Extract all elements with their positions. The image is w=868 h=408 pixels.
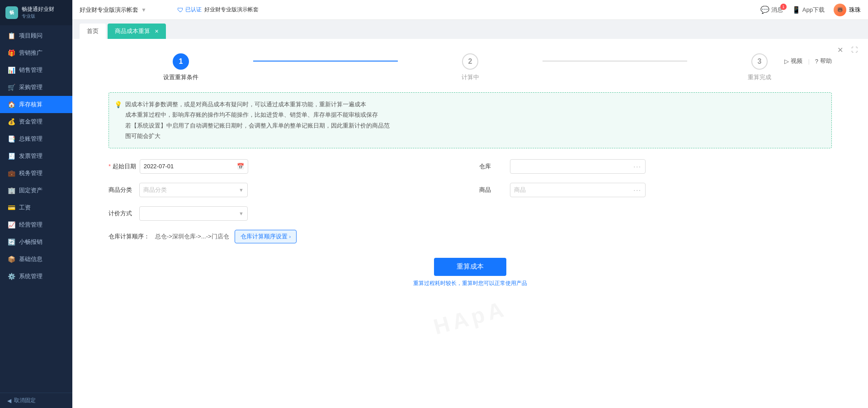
topbar-right: 💬 消息 1 📱 App下载 🐻 珠珠 <box>760 4 861 16</box>
sidebar-item-base[interactable]: 📦 基础信息 <box>0 251 72 268</box>
form-row-3: 计价方式 ▼ <box>108 206 832 221</box>
sidebar-item-sales[interactable]: 📊 销售管理 <box>0 62 72 79</box>
chevron-right-icon: › <box>289 234 291 239</box>
sidebar-item-assets[interactable]: 🏢 固定资产 <box>0 182 72 199</box>
sidebar-nav: 📋 项目顾问 🎁 营销推广 📊 销售管理 🛒 采购管理 🏠 库存核算 💰 资金管… <box>0 25 72 393</box>
sidebar-item-label: 税务管理 <box>19 169 42 177</box>
content-area: ✕ ⛶ 1 设置重算条件 2 计算中 3 <box>72 39 868 408</box>
sidebar-item-ledger[interactable]: 📑 总账管理 <box>0 130 72 147</box>
steps-container: 1 设置重算条件 2 计算中 3 重算完成 ▷ <box>72 39 868 92</box>
phone-icon: 📱 <box>792 6 801 14</box>
step-1-label: 设置重算条件 <box>163 73 198 81</box>
step-3-num: 3 <box>758 57 762 66</box>
calc-order-btn-label: 仓库计算顺序设置 <box>241 232 288 241</box>
project-icon: 📋 <box>7 32 15 40</box>
calc-order-settings-button[interactable]: 仓库计算顺序设置 › <box>235 230 297 243</box>
app-download-label: App下载 <box>802 6 825 14</box>
recalc-hint: 重算过程耗时较长，重算时您可以正常使用产品 <box>108 280 832 287</box>
user-avatar[interactable]: 🐻 珠珠 <box>834 4 861 16</box>
step-2-num: 2 <box>468 57 472 66</box>
step-line-1 <box>253 61 398 62</box>
sidebar-item-ops[interactable]: 📈 经营管理 <box>0 216 72 233</box>
pricing-select[interactable]: ▼ <box>139 206 248 221</box>
message-badge: 1 <box>780 4 787 10</box>
ellipsis-icon: ··· <box>633 186 642 194</box>
step-2: 2 计算中 <box>398 53 542 81</box>
sidebar-item-label: 固定资产 <box>19 186 42 195</box>
tab-home[interactable]: 首页 <box>80 24 106 39</box>
category-placeholder: 商品分类 <box>143 186 167 194</box>
tab-recalc[interactable]: 商品成本重算 ✕ <box>108 24 166 39</box>
sidebar-item-label: 经营管理 <box>19 221 42 229</box>
notice-text-3: 若【系统设置】中启用了自动调整记账日期时，会调整入库单的整单记账日期，因此重新计… <box>125 120 824 131</box>
account-name: 好业财专业版演示帐套 <box>80 6 138 14</box>
app-version: 专业版 <box>22 13 35 19</box>
account-selector[interactable]: 好业财专业版演示帐套 ▼ <box>80 6 170 14</box>
start-date-input[interactable]: 📅 <box>140 159 248 174</box>
sidebar-item-label: 系统管理 <box>19 272 42 280</box>
step-line-2 <box>542 61 687 62</box>
category-select[interactable]: 商品分类 ▼ <box>139 183 248 197</box>
form-row-1: 起始日期 📅 仓库 ··· <box>108 159 832 174</box>
expense-icon: 🔄 <box>7 238 15 246</box>
app-name: 畅捷通好业财 <box>22 6 54 13</box>
sidebar-item-marketing[interactable]: 🎁 营销推广 <box>0 44 72 62</box>
notice-text-1: 因成本计算参数调整，或是对商品成本有疑问时，可以通过成本重算功能，重新计算一遍成… <box>125 99 824 109</box>
calendar-icon: 📅 <box>237 163 244 170</box>
goods-placeholder: 商品 <box>514 186 526 194</box>
ledger-icon: 📑 <box>7 135 15 143</box>
help-link[interactable]: ? 帮助 <box>815 57 832 65</box>
video-label: 视频 <box>791 57 802 65</box>
sidebar-item-label: 基础信息 <box>19 255 42 263</box>
pricing-field: 计价方式 ▼ <box>108 206 298 221</box>
notice-text-4: 围可能会扩大 <box>125 131 824 141</box>
warehouse-select[interactable]: ··· <box>510 159 646 174</box>
step-1-num: 1 <box>179 57 183 66</box>
warehouse-field: 仓库 ··· <box>479 159 832 174</box>
sidebar: 畅 畅捷通好业财 专业版 📋 项目顾问 🎁 营销推广 📊 销售管理 🛒 采购管理… <box>0 0 72 408</box>
form-row-2: 商品分类 商品分类 ▼ 商品 商品 ··· <box>108 183 832 197</box>
chevron-down-icon: ▼ <box>239 211 244 216</box>
cancel-pin-button[interactable]: ◀ 取消固定 <box>0 393 72 408</box>
step-1-circle: 1 <box>173 53 189 70</box>
avatar-image: 🐻 <box>834 4 846 16</box>
message-button[interactable]: 💬 消息 1 <box>760 5 783 14</box>
pin-icon: ◀ <box>7 398 11 404</box>
lightbulb-icon: 💡 <box>114 99 122 110</box>
step-2-label: 计算中 <box>462 73 479 81</box>
app-download-button[interactable]: 📱 App下载 <box>792 6 825 14</box>
goods-select[interactable]: 商品 ··· <box>510 183 646 197</box>
chevron-down-icon: ▼ <box>141 7 146 13</box>
sidebar-item-label: 总账管理 <box>19 135 42 143</box>
help-icon: ? <box>815 58 818 65</box>
sidebar-item-purchase[interactable]: 🛒 采购管理 <box>0 79 72 96</box>
sidebar-item-project[interactable]: 📋 项目顾问 <box>0 27 72 44</box>
tab-close-icon[interactable]: ✕ <box>155 28 159 34</box>
calc-order-row: 仓库计算顺序： 总仓->深圳仓库->...->门店仓 仓库计算顺序设置 › <box>108 230 832 243</box>
sidebar-item-tax[interactable]: 💼 税务管理 <box>0 165 72 182</box>
sidebar-item-invoice[interactable]: 🧾 发票管理 <box>0 147 72 165</box>
money-icon: 💰 <box>7 118 15 126</box>
sidebar-item-label: 销售管理 <box>19 66 42 74</box>
sidebar-item-salary[interactable]: 💳 工资 <box>0 199 72 216</box>
sidebar-item-label: 资金管理 <box>19 118 42 126</box>
gift-icon: 🎁 <box>7 49 15 57</box>
start-date-field: 起始日期 📅 <box>108 159 461 174</box>
invoice-icon: 🧾 <box>7 152 15 160</box>
sidebar-item-finance[interactable]: 💰 资金管理 <box>0 113 72 130</box>
user-name: 珠珠 <box>849 6 861 14</box>
salary-icon: 💳 <box>7 204 15 212</box>
sidebar-item-expense[interactable]: 🔄 小畅报销 <box>0 233 72 251</box>
topbar: 好业财专业版演示帐套 ▼ 🛡 已认证 好业财专业版演示帐套 💬 消息 1 📱 A… <box>72 0 868 20</box>
start-date-value[interactable] <box>144 163 237 170</box>
cancel-pin-label: 取消固定 <box>14 397 36 404</box>
sidebar-item-system[interactable]: ⚙️ 系统管理 <box>0 268 72 285</box>
recalc-button[interactable]: 重算成本 <box>434 258 506 276</box>
app-logo: 畅 畅捷通好业财 专业版 <box>0 0 72 25</box>
video-link[interactable]: ▷ 视频 <box>784 57 802 65</box>
notice-box: 💡 因成本计算参数调整，或是对商品成本有疑问时，可以通过成本重算功能，重新计算一… <box>108 92 832 148</box>
ops-icon: 📈 <box>7 221 15 229</box>
form-container: 起始日期 📅 仓库 ··· 商品分类 <box>72 159 868 330</box>
sidebar-item-inventory[interactable]: 🏠 库存核算 <box>0 96 72 113</box>
recalc-section: 重算成本 重算过程耗时较长，重算时您可以正常使用产品 <box>108 258 832 287</box>
